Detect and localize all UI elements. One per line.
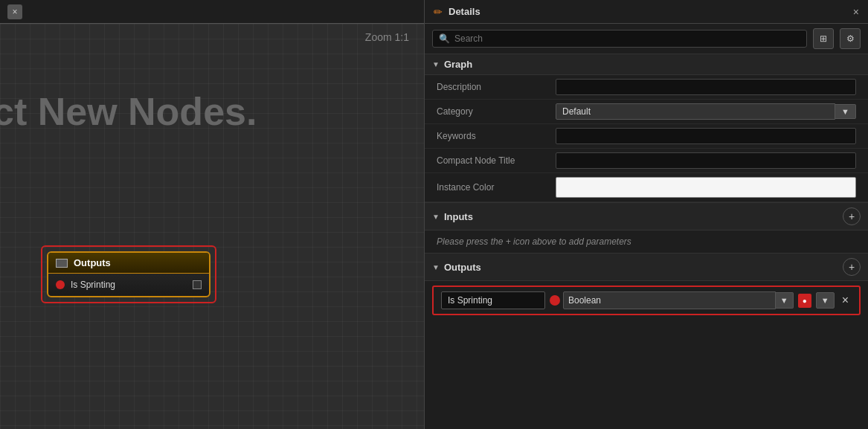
description-input[interactable] <box>556 79 856 95</box>
search-input[interactable] <box>454 33 800 44</box>
inputs-section-header: ▼ Inputs + <box>425 202 868 230</box>
category-select-wrap: Default ▼ <box>556 103 856 120</box>
details-topbar: ✏ Details × <box>425 0 868 24</box>
inputs-hint-text: Please press the + icon above to add par… <box>425 230 868 253</box>
category-dropdown-arrow[interactable]: ▼ <box>835 104 856 119</box>
details-title: Details <box>449 6 847 17</box>
search-icon: 🔍 <box>439 33 450 44</box>
compact-node-title-input[interactable] <box>556 152 856 169</box>
category-row: Category Default ▼ <box>425 100 868 124</box>
node-header-icon <box>56 259 68 268</box>
search-input-wrap: 🔍 <box>432 30 807 48</box>
param-type-dropdown-arrow[interactable]: ▼ <box>776 292 794 309</box>
left-topbar: × <box>0 0 424 24</box>
description-label: Description <box>437 82 556 92</box>
node-selection-outline: Outputs Is Sprinting <box>41 245 216 303</box>
canvas-hint-text: ct New Nodes. <box>0 89 257 134</box>
output-param-row: Boolean ▼ ● ▼ × <box>432 286 861 315</box>
grid-background <box>0 24 424 429</box>
outputs-section-title: Outputs <box>444 262 481 273</box>
graph-section-header: ▼ Graph <box>425 54 868 75</box>
details-panel: ✏ Details × 🔍 ⊞ ⚙ ▼ Graph Description Ca… <box>425 0 868 429</box>
gear-icon: ⚙ <box>846 33 855 44</box>
blueprint-viewport: × Zoom 1:1 ct New Nodes. Outputs Is Spri… <box>0 0 425 429</box>
type-color-dot <box>550 295 560 306</box>
param-delete-button[interactable]: × <box>839 294 852 307</box>
instance-color-label: Instance Color <box>437 182 556 193</box>
graph-section-arrow: ▼ <box>432 60 440 68</box>
outputs-section-arrow: ▼ <box>432 263 440 271</box>
node-title: Outputs <box>74 257 111 268</box>
inputs-add-button[interactable]: + <box>843 207 861 225</box>
details-close-button[interactable]: × <box>853 6 859 18</box>
inputs-section-arrow: ▼ <box>432 213 440 221</box>
compact-node-title-label: Compact Node Title <box>437 155 556 166</box>
category-label: Category <box>437 106 556 117</box>
category-select[interactable]: Default <box>556 103 835 120</box>
graph-section-title: Graph <box>444 59 472 70</box>
keywords-row: Keywords <box>425 124 868 149</box>
output-pin-label: Is Sprinting <box>71 280 187 290</box>
grid-view-button[interactable]: ⊞ <box>813 28 834 49</box>
keywords-input[interactable] <box>556 128 856 144</box>
zoom-label: Zoom 1:1 <box>365 31 409 43</box>
outputs-section-header: ▼ Outputs + <box>425 253 868 281</box>
instance-color-row: Instance Color <box>425 173 868 202</box>
description-row: Description <box>425 75 868 100</box>
node-header: Outputs <box>48 253 209 274</box>
node-body: Is Sprinting <box>48 274 209 296</box>
param-ref-button[interactable]: ● <box>798 294 811 308</box>
keywords-label: Keywords <box>437 131 556 141</box>
panel-content: ▼ Graph Description Category Default ▼ K… <box>425 54 868 429</box>
settings-button[interactable]: ⚙ <box>840 28 861 49</box>
blueprint-node[interactable]: Outputs Is Sprinting <box>47 251 210 297</box>
details-icon: ✏ <box>434 6 443 18</box>
inputs-section-title: Inputs <box>444 211 473 222</box>
param-name-input[interactable] <box>441 291 545 309</box>
output-pin-value[interactable] <box>193 280 202 289</box>
compact-node-title-row: Compact Node Title <box>425 149 868 173</box>
instance-color-swatch[interactable] <box>556 177 856 198</box>
left-close-button[interactable]: × <box>7 4 22 19</box>
search-bar: 🔍 ⊞ ⚙ <box>425 24 868 54</box>
param-ref-dropdown[interactable]: ▼ <box>816 292 835 309</box>
grid-icon: ⊞ <box>820 33 827 44</box>
outputs-add-button[interactable]: + <box>843 258 861 276</box>
ref-dot: ● <box>803 297 807 305</box>
output-pin-dot <box>56 280 65 289</box>
param-type-wrap: Boolean ▼ <box>550 291 794 309</box>
param-type-select[interactable]: Boolean <box>563 291 776 309</box>
